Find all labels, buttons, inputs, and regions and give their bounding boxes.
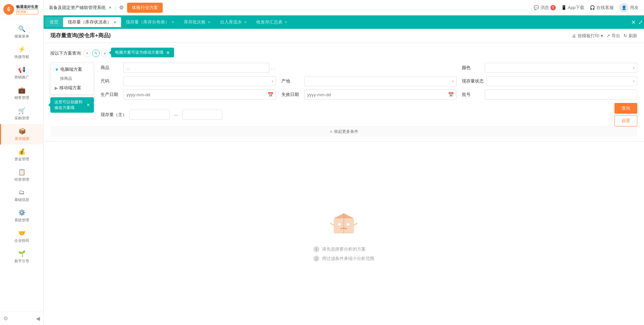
- set-button[interactable]: 设置: [614, 115, 637, 126]
- system-icon: ⚙️: [18, 209, 25, 216]
- tab-close-inout[interactable]: ✕: [244, 20, 247, 24]
- inventory-qty-label: 现存量（主）: [101, 112, 127, 118]
- quick-nav-icon: ⚡: [18, 46, 25, 53]
- scheme-mobile[interactable]: ▶ 移动端方案: [51, 83, 94, 93]
- inventory-status-select[interactable]: [486, 76, 637, 86]
- print-dropdown-icon: ▾: [601, 33, 603, 38]
- sidebar-item-search[interactable]: 🔍 搜索菜单: [0, 22, 43, 42]
- goods-input[interactable]: [123, 63, 269, 73]
- field-expiry-date: 失效日期 📅: [281, 90, 457, 100]
- inventory-qty-min-input[interactable]: [129, 110, 170, 120]
- export-btn[interactable]: ↗ 导出: [606, 33, 620, 39]
- tab-inventory-dist[interactable]: 现存量（库存分布表） ✕: [121, 17, 179, 27]
- create-tooltip-close[interactable]: ✕: [87, 103, 90, 107]
- batch-no-input[interactable]: [485, 90, 637, 100]
- field-batch-no: 批号: [462, 90, 637, 100]
- settings-footer-icon[interactable]: ⚙: [3, 315, 8, 322]
- batch-no-label: 批号: [462, 92, 482, 98]
- sidebar-item-operations[interactable]: 📋 经营管理: [0, 165, 43, 185]
- filter-row-3: 生产日期 📅 失效日期 📅: [101, 90, 637, 100]
- calendar-icon-expiry[interactable]: 📅: [448, 92, 454, 97]
- filter-header: 按以下方案查询 ＋ ✎ « 电脑方案可设为移动方案哦 ✕: [50, 48, 637, 59]
- inventory-status-label: 现存量状态: [462, 78, 484, 84]
- back-scheme-btn[interactable]: «: [101, 50, 108, 57]
- goods-more-icon[interactable]: …: [271, 65, 276, 71]
- filter-row-2: 尺码 ▾ 产地 ▾: [101, 76, 637, 86]
- scheme-list: ▼ 电脑端方案 按商品 ▶ 移动端方案 这里可以创建和修改方案哦: [50, 63, 94, 126]
- message-action[interactable]: 💬 消息 6: [534, 5, 556, 11]
- tab-inout-flow[interactable]: 出入库流水 ✕: [215, 17, 252, 27]
- action-buttons: 查询 设置: [614, 103, 637, 126]
- tab-close-inventory-status[interactable]: ✕: [113, 20, 116, 24]
- tab-close-inventory-dist[interactable]: ✕: [171, 20, 174, 24]
- production-date-label: 生产日期: [101, 92, 121, 98]
- phone-icon: 📱: [561, 5, 567, 10]
- purchase-icon: 🛒: [18, 107, 25, 114]
- color-select[interactable]: [485, 63, 637, 73]
- sidebar-footer: ⚙ ◀: [0, 312, 43, 325]
- sidebar-item-enterprise[interactable]: 🤝 企业协同: [0, 226, 43, 247]
- field-inventory-status: 现存量状态 ▾: [462, 76, 637, 86]
- sidebar-item-newbie[interactable]: 🌱 新手引导: [0, 247, 43, 267]
- tab-home[interactable]: 首页: [45, 17, 63, 27]
- sidebar-item-inventory[interactable]: 📦 库存核算: [0, 124, 43, 145]
- field-origin: 产地 ▾: [281, 76, 457, 86]
- sidebar-item-purchase[interactable]: 🛒 采购管理: [0, 104, 43, 124]
- refresh-btn[interactable]: ↻ 刷新: [624, 33, 637, 39]
- scheme-desktop[interactable]: ▼ 电脑端方案: [51, 64, 94, 74]
- tab-close-collect[interactable]: ✕: [284, 20, 287, 24]
- header-right: 💬 消息 6 📱 App下载 🎧 在线客服 👤 用友: [534, 3, 639, 12]
- support-action[interactable]: 🎧 在线客服: [590, 5, 614, 11]
- sidebar-item-quick-nav[interactable]: ⚡ 快捷导航: [0, 42, 43, 63]
- page-title: 现存量查询(按仓库+商品): [50, 32, 111, 39]
- field-color: 颜色 ▾: [462, 63, 637, 73]
- print-btn[interactable]: 🖨 按模板打印 ▾: [572, 33, 603, 39]
- industry-btn[interactable]: 体验行业方案: [127, 3, 163, 13]
- add-scheme-btn[interactable]: ＋: [84, 50, 91, 57]
- tab-inventory-status[interactable]: 现存量（库存状况表） ✕: [63, 17, 121, 27]
- settings-gear-icon[interactable]: ⚙: [119, 4, 124, 11]
- collapse-sidebar-icon[interactable]: ◀: [36, 315, 40, 322]
- collapse-icon: ∧: [329, 129, 333, 134]
- size-label: 尺码: [101, 78, 121, 84]
- production-date-input[interactable]: [123, 90, 276, 100]
- scheme-tooltip-close[interactable]: ✕: [166, 50, 170, 55]
- refresh-icon: ↻: [624, 33, 627, 38]
- newbie-icon: 🌱: [18, 250, 25, 257]
- sidebar-item-finance[interactable]: 💰 资金管理: [0, 145, 43, 165]
- tab-batch[interactable]: 库存批次账 ✕: [179, 17, 215, 27]
- sidebar-item-basic[interactable]: 🗂 基础信息: [0, 185, 43, 206]
- tab-collect-send[interactable]: 收发存汇总表 ✕: [252, 17, 292, 27]
- system-name: 装备及固定资产辅助管理系统: [49, 5, 106, 11]
- user-action[interactable]: 👤 用友: [619, 3, 639, 12]
- svg-point-4: [347, 223, 350, 226]
- collapse-bar[interactable]: ∧ 收起更多条件: [50, 126, 637, 137]
- inventory-icon: 📦: [18, 127, 26, 135]
- expand-icon: ▼: [55, 67, 59, 72]
- origin-select[interactable]: [304, 76, 457, 86]
- calendar-icon-production[interactable]: 📅: [268, 92, 273, 97]
- svg-line-5: [330, 223, 334, 225]
- expiry-date-input[interactable]: [304, 90, 457, 100]
- system-dropdown-icon[interactable]: ▾: [109, 5, 111, 10]
- size-select[interactable]: [123, 76, 276, 86]
- app-download-action[interactable]: 📱 App下载: [561, 5, 584, 11]
- tab-bar: 首页 现存量（库存状况表） ✕ 现存量（库存分布表） ✕ 库存批次账 ✕ 出入库…: [44, 15, 644, 29]
- print-icon: 🖨: [572, 33, 576, 38]
- scheme-sub-item[interactable]: 按商品: [51, 74, 94, 83]
- empty-state: 1 请先选择要分析的方案 2 用过滤条件来缩小分析范围: [44, 142, 644, 325]
- logo-area: 6 畅通道好生意 标准版: [0, 0, 43, 19]
- tab-close-all-icon[interactable]: ✕: [631, 19, 636, 25]
- sidebar-item-system[interactable]: ⚙️ 系统管理: [0, 206, 43, 226]
- filter-row-1: 商品 … 颜色 ▾: [101, 63, 637, 73]
- enterprise-icon: 🤝: [18, 229, 25, 237]
- inventory-qty-max-input[interactable]: [182, 110, 222, 120]
- sidebar: 6 畅通道好生意 标准版 🔍 搜索菜单 ⚡ 快捷导航 📢 营销推广 💼 销: [0, 0, 44, 325]
- field-size: 尺码 ▾: [101, 76, 276, 86]
- search-button[interactable]: 查询: [614, 103, 637, 114]
- sidebar-item-sales[interactable]: 💼 销售管理: [0, 83, 43, 104]
- sidebar-item-marketing[interactable]: 📢 营销推广: [0, 63, 43, 83]
- tab-expand-icon[interactable]: ⤢: [638, 19, 643, 25]
- tab-close-batch[interactable]: ✕: [208, 20, 211, 24]
- edit-scheme-btn[interactable]: ✎: [92, 50, 100, 57]
